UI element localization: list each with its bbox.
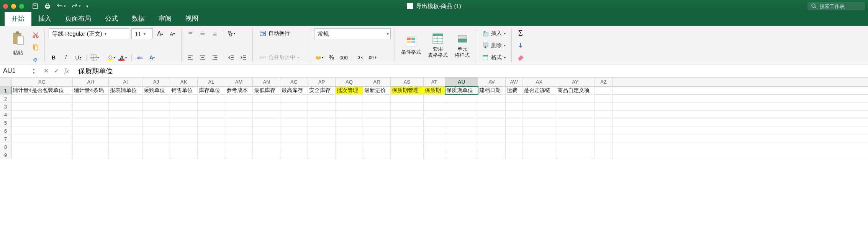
cell-AR8[interactable] bbox=[363, 143, 391, 151]
undo-icon[interactable]: ▾ bbox=[56, 3, 66, 10]
column-header-AJ[interactable]: AJ bbox=[142, 77, 170, 86]
clear-button[interactable] bbox=[516, 53, 526, 63]
cell-AO4[interactable] bbox=[280, 111, 308, 118]
cell-AH9[interactable] bbox=[73, 151, 109, 159]
cell-AU3[interactable] bbox=[445, 103, 478, 110]
cell-AJ8[interactable] bbox=[142, 143, 170, 151]
bold-button[interactable]: B bbox=[49, 53, 59, 63]
cell-AV2[interactable] bbox=[478, 95, 506, 102]
cell-AJ9[interactable] bbox=[142, 151, 170, 159]
phonetic-a-button[interactable]: A▾ bbox=[147, 53, 157, 63]
cell-AP6[interactable] bbox=[308, 127, 336, 135]
column-header-AL[interactable]: AL bbox=[198, 77, 225, 86]
cell-AM4[interactable] bbox=[225, 111, 253, 118]
cell-AS5[interactable] bbox=[391, 119, 424, 127]
cell-AX2[interactable] bbox=[522, 95, 556, 102]
font-size-combo[interactable]: 11▾ bbox=[131, 28, 153, 39]
cell-AN5[interactable] bbox=[253, 119, 280, 127]
align-left-icon[interactable] bbox=[185, 53, 195, 63]
cell-AT7[interactable] bbox=[424, 135, 445, 143]
cell-AX6[interactable] bbox=[522, 127, 556, 135]
cell-AR5[interactable] bbox=[363, 119, 391, 127]
cell-AG6[interactable] bbox=[11, 127, 73, 135]
column-header-AO[interactable]: AO bbox=[280, 77, 308, 86]
cell-AU4[interactable] bbox=[445, 111, 478, 118]
cell-AQ3[interactable] bbox=[336, 103, 363, 110]
cell-AW7[interactable] bbox=[506, 135, 522, 143]
cell-AH6[interactable] bbox=[73, 127, 109, 135]
tab-insert[interactable]: 插入 bbox=[31, 11, 58, 26]
align-bottom-icon[interactable] bbox=[210, 28, 220, 38]
cell-AJ3[interactable] bbox=[142, 103, 170, 110]
cell-AK3[interactable] bbox=[170, 103, 198, 110]
cell-AL2[interactable] bbox=[198, 95, 225, 102]
cell-AR3[interactable] bbox=[363, 103, 391, 110]
cell-AX9[interactable] bbox=[522, 151, 556, 159]
cell-AI3[interactable] bbox=[109, 103, 142, 110]
cell-AQ8[interactable] bbox=[336, 143, 363, 151]
cell-AV3[interactable] bbox=[478, 103, 506, 110]
cell-AI8[interactable] bbox=[109, 143, 142, 151]
cell-AH8[interactable] bbox=[73, 143, 109, 151]
cell-AZ6[interactable] bbox=[594, 127, 613, 135]
cell-AK2[interactable] bbox=[170, 95, 198, 102]
cell-AJ5[interactable] bbox=[142, 119, 170, 127]
cell-AS8[interactable] bbox=[391, 143, 424, 151]
cell-AX1[interactable]: 是否走冻链 bbox=[522, 87, 556, 94]
cell-AG5[interactable] bbox=[11, 119, 73, 127]
cell-AM2[interactable] bbox=[225, 95, 253, 102]
cell-AP2[interactable] bbox=[308, 95, 336, 102]
cell-AI5[interactable] bbox=[109, 119, 142, 127]
column-header-AR[interactable]: AR bbox=[363, 77, 391, 86]
cell-AH7[interactable] bbox=[73, 135, 109, 143]
cell-AH1[interactable]: 辅计量4条码 bbox=[73, 87, 109, 94]
cell-AU5[interactable] bbox=[445, 119, 478, 127]
cell-AQ5[interactable] bbox=[336, 119, 363, 127]
row-header-7[interactable]: 7 bbox=[0, 135, 11, 143]
cell-AW4[interactable] bbox=[506, 111, 522, 118]
cell-AX4[interactable] bbox=[522, 111, 556, 118]
cell-AY7[interactable] bbox=[556, 135, 594, 143]
comma-button[interactable]: 000 bbox=[339, 53, 349, 63]
cell-AK1[interactable]: 销售单位 bbox=[170, 87, 198, 94]
tab-page-layout[interactable]: 页面布局 bbox=[58, 11, 98, 26]
tab-view[interactable]: 视图 bbox=[179, 11, 205, 26]
cell-AQ4[interactable] bbox=[336, 111, 363, 118]
cell-AR1[interactable]: 最新进价 bbox=[363, 87, 391, 94]
cell-AR9[interactable] bbox=[363, 151, 391, 159]
cell-AQ9[interactable] bbox=[336, 151, 363, 159]
cell-AN6[interactable] bbox=[253, 127, 280, 135]
name-box-stepper[interactable]: ▴▾ bbox=[33, 67, 35, 75]
italic-button[interactable]: I bbox=[61, 53, 71, 63]
cell-AK8[interactable] bbox=[170, 143, 198, 151]
cell-AH3[interactable] bbox=[73, 103, 109, 110]
cell-AG7[interactable] bbox=[11, 135, 73, 143]
qat-customize-icon[interactable]: ▾ bbox=[86, 4, 88, 9]
decrease-indent-icon[interactable] bbox=[226, 53, 236, 63]
redo-icon[interactable]: ▾ bbox=[71, 3, 81, 10]
cell-AJ6[interactable] bbox=[142, 127, 170, 135]
cell-AO1[interactable]: 最高库存 bbox=[280, 87, 308, 94]
search-box[interactable] bbox=[807, 2, 865, 10]
cell-AI6[interactable] bbox=[109, 127, 142, 135]
cell-AU9[interactable] bbox=[445, 151, 478, 159]
cell-AL6[interactable] bbox=[198, 127, 225, 135]
cut-icon[interactable] bbox=[31, 30, 41, 40]
cell-AO9[interactable] bbox=[280, 151, 308, 159]
cell-AW3[interactable] bbox=[506, 103, 522, 110]
cell-AV1[interactable]: 建档日期 bbox=[478, 87, 506, 94]
font-color-button[interactable]: A▾ bbox=[118, 53, 128, 63]
cell-AZ5[interactable] bbox=[594, 119, 613, 127]
column-header-AX[interactable]: AX bbox=[522, 77, 556, 86]
cell-AR6[interactable] bbox=[363, 127, 391, 135]
cell-AM9[interactable] bbox=[225, 151, 253, 159]
font-name-combo[interactable]: 等线 Regular (正文)▾ bbox=[49, 28, 129, 39]
increase-decimal-icon[interactable]: .0 bbox=[355, 53, 365, 63]
row-header-3[interactable]: 3 bbox=[0, 103, 11, 110]
cell-AS6[interactable] bbox=[391, 127, 424, 135]
column-header-AM[interactable]: AM bbox=[225, 77, 253, 86]
copy-icon[interactable] bbox=[31, 42, 41, 52]
column-header-AY[interactable]: AY bbox=[556, 77, 594, 86]
cell-AO2[interactable] bbox=[280, 95, 308, 102]
row-header-8[interactable]: 8 bbox=[0, 143, 11, 151]
